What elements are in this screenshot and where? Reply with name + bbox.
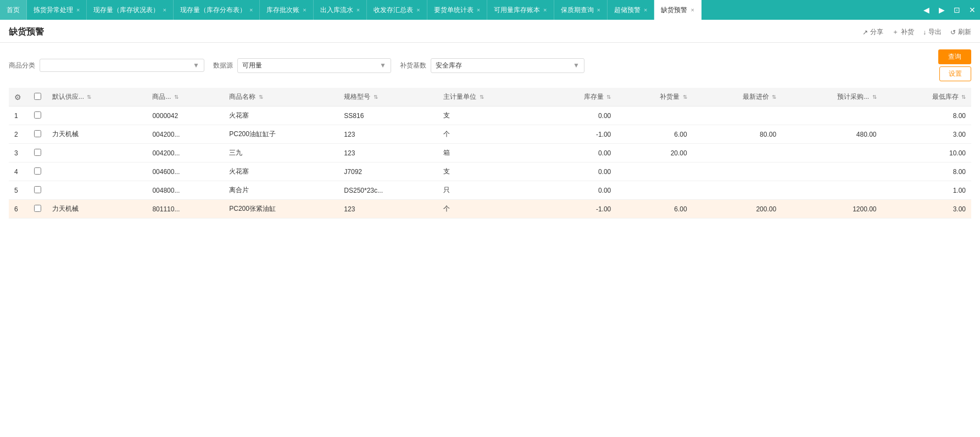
row-min-stock: 3.00 <box>882 200 971 218</box>
tab-collect[interactable]: 收发存汇总表× <box>367 0 427 20</box>
export-button[interactable]: ↓ 导出 <box>923 27 942 37</box>
tab-close-expiry[interactable]: × <box>597 7 600 13</box>
tab-close-batch[interactable]: × <box>303 7 306 13</box>
tab-bar: 首页拣货异常处理×现存量（库存状况表）×现存量（库存分布表）×库存批次账×出入库… <box>0 0 980 20</box>
supplier-sort-icon: ⇅ <box>87 94 91 100</box>
row-supplier: 力天机械 <box>47 200 147 218</box>
row-checkbox[interactable] <box>29 181 47 200</box>
tab-close-inout[interactable]: × <box>357 7 360 13</box>
row-est-purchase <box>782 144 882 163</box>
row-checkbox-input[interactable] <box>34 205 41 212</box>
product-code-sort-icon: ⇅ <box>174 94 179 100</box>
filter-bar: 商品分类 ▼ 数据源 可用量 ▼ 补货基数 安全库存 ▼ 查询 设置 <box>0 43 980 88</box>
select-all-checkbox[interactable] <box>34 93 41 100</box>
col-gear[interactable]: ⚙ <box>9 88 29 107</box>
page-header: 缺货预警 ↗ 分享 ＋ 补货 ↓ 导出 ↺ 刷新 <box>0 20 980 43</box>
refresh-button[interactable]: ↺ 刷新 <box>950 27 971 37</box>
tab-overstock[interactable]: 超储预警× <box>608 0 654 20</box>
row-est-purchase <box>782 163 882 181</box>
row-min-stock: 8.00 <box>882 107 971 125</box>
row-replenish <box>616 181 692 200</box>
tab-close-collect[interactable]: × <box>416 7 420 13</box>
query-button[interactable]: 查询 <box>938 49 971 64</box>
row-product-code: 801110... <box>147 200 224 218</box>
spec-sort-icon: ⇅ <box>374 94 378 100</box>
tab-close-order-stat[interactable]: × <box>477 7 480 13</box>
col-est-purchase[interactable]: 预计采购... ⇅ <box>782 88 882 107</box>
row-replenish <box>616 107 692 125</box>
tab-close-all-btn[interactable]: ✕ <box>965 0 980 20</box>
tab-batch[interactable]: 库存批次账× <box>260 0 313 20</box>
table-row: 4004600...火花塞J7092支0.008.00 <box>9 163 971 181</box>
col-spec[interactable]: 规格型号 ⇅ <box>338 88 438 107</box>
tab-close-overstock[interactable]: × <box>644 7 647 13</box>
gear-icon[interactable]: ⚙ <box>14 93 21 102</box>
col-latest-price[interactable]: 最新进价 ⇅ <box>693 88 782 107</box>
col-min-stock[interactable]: 最低库存 ⇅ <box>882 88 971 107</box>
col-product-code[interactable]: 商品... ⇅ <box>147 88 224 107</box>
row-checkbox-input[interactable] <box>34 130 41 137</box>
tab-inventory-dist[interactable]: 现存量（库存分布表）× <box>174 0 260 20</box>
tab-expiry[interactable]: 保质期查询× <box>554 0 608 20</box>
tab-close-shortage[interactable]: × <box>691 7 694 13</box>
row-checkbox-input[interactable] <box>34 149 41 156</box>
tab-close-available[interactable]: × <box>543 7 547 13</box>
replenish-label: 补货 <box>901 27 914 37</box>
tab-prev-btn[interactable]: ◀ <box>918 0 934 20</box>
export-label: 导出 <box>928 27 942 37</box>
row-checkbox[interactable] <box>29 144 47 163</box>
row-latest-price <box>693 181 782 200</box>
row-no: 6 <box>9 200 29 218</box>
col-supplier[interactable]: 默认供应... ⇅ <box>47 88 147 107</box>
tab-close-abnormal[interactable]: × <box>76 7 80 13</box>
tab-close-inventory-status[interactable]: × <box>163 7 166 13</box>
row-checkbox-input[interactable] <box>34 167 41 175</box>
datasource-arrow-icon: ▼ <box>380 61 386 69</box>
tab-label-shortage: 缺货预警 <box>661 5 687 15</box>
product-name-sort-icon: ⇅ <box>259 94 263 100</box>
row-unit: 个 <box>438 200 540 218</box>
datasource-select[interactable]: 可用量 ▼ <box>237 58 391 73</box>
row-replenish: 6.00 <box>616 125 692 144</box>
row-checkbox-input[interactable] <box>34 186 41 193</box>
min-stock-sort-icon: ⇅ <box>961 94 966 100</box>
category-filter-group: 商品分类 ▼ <box>9 59 204 72</box>
tab-shortage[interactable]: 缺货预警× <box>654 0 701 20</box>
tab-label-collect: 收发存汇总表 <box>374 5 413 15</box>
col-unit[interactable]: 主计量单位 ⇅ <box>438 88 540 107</box>
col-product-name[interactable]: 商品名称 ⇅ <box>224 88 338 107</box>
row-spec: 123 <box>338 144 438 163</box>
tab-close-inventory-dist[interactable]: × <box>249 7 253 13</box>
row-checkbox[interactable] <box>29 125 47 144</box>
settings-button[interactable]: 设置 <box>939 66 971 81</box>
category-select[interactable]: ▼ <box>40 59 204 72</box>
row-supplier <box>47 144 147 163</box>
export-icon: ↓ <box>923 29 926 36</box>
row-no: 4 <box>9 163 29 181</box>
tab-home[interactable]: 首页 <box>0 0 27 20</box>
tab-abnormal[interactable]: 拣货异常处理× <box>27 0 87 20</box>
table-row: 6力天机械801110...PC200张紧油缸123个-1.006.00200.… <box>9 200 971 218</box>
replenish-button[interactable]: ＋ 补货 <box>892 27 914 37</box>
tab-inout[interactable]: 出入库流水× <box>314 0 367 20</box>
row-checkbox[interactable] <box>29 107 47 125</box>
tab-order-stat[interactable]: 要货单统计表× <box>427 0 487 20</box>
row-checkbox-input[interactable] <box>34 111 41 119</box>
row-checkbox[interactable] <box>29 200 47 218</box>
share-button[interactable]: ↗ 分享 <box>862 27 883 37</box>
row-min-stock: 10.00 <box>882 144 971 163</box>
tab-next-btn[interactable]: ▶ <box>934 0 949 20</box>
tab-inventory-status[interactable]: 现存量（库存状况表）× <box>87 0 173 20</box>
row-checkbox[interactable] <box>29 163 47 181</box>
tab-restore-btn[interactable]: ⊡ <box>949 0 965 20</box>
tab-available[interactable]: 可用量库存账本× <box>487 0 554 20</box>
row-replenish: 6.00 <box>616 200 692 218</box>
replenish-base-select[interactable]: 安全库存 ▼ <box>431 58 584 73</box>
tab-label-abnormal: 拣货异常处理 <box>34 5 73 15</box>
row-stock: 0.00 <box>541 107 616 125</box>
col-replenish[interactable]: 补货量 ⇅ <box>616 88 692 107</box>
col-stock[interactable]: 库存量 ⇅ <box>541 88 616 107</box>
col-checkbox <box>29 88 47 107</box>
refresh-icon: ↺ <box>950 29 956 36</box>
row-no: 1 <box>9 107 29 125</box>
